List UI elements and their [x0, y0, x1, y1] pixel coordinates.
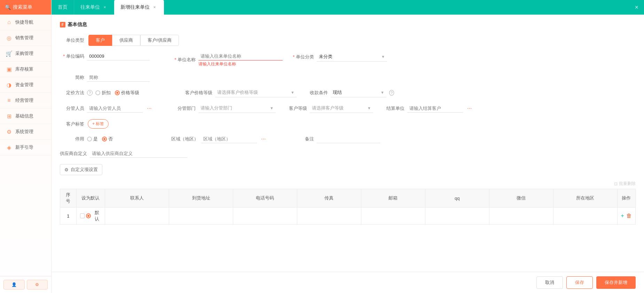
unit-category-arrow: ▼ [381, 55, 385, 59]
sidebar-item-label: 采购管理 [15, 50, 33, 57]
row-del-btn[interactable]: 🗑 [626, 213, 632, 219]
cell-address[interactable] [169, 207, 233, 225]
tab-counterparty-close[interactable]: × [102, 5, 108, 10]
payment-terms-help-icon[interactable]: ? [389, 90, 394, 96]
add-tag-btn[interactable]: + 标签 [88, 119, 109, 129]
region-dots-btn[interactable]: ··· [260, 136, 267, 142]
col-default: 设为默认 [76, 189, 105, 207]
sidebar-item-new-guide[interactable]: ◈ 新手引导 [0, 140, 51, 155]
disabled-yes-radio[interactable]: 是 [87, 136, 98, 142]
sidebar-item-operations[interactable]: ≡ 经营管理 [0, 93, 51, 108]
section-title-text: 基本信息 [68, 22, 87, 28]
sidebar-item-finance[interactable]: ◑ 资金管理 [0, 77, 51, 93]
payment-terms-select[interactable]: 现结 ▼ [331, 88, 386, 97]
department-select[interactable]: 请输入分管部门 ▼ [198, 104, 276, 113]
window-close-btn[interactable]: × [629, 4, 644, 11]
sidebar-search-label: 搜索菜单 [13, 4, 32, 10]
sidebar-user-btn[interactable]: 👤 [3, 280, 25, 290]
cell-contact[interactable] [105, 207, 169, 225]
batch-delete-label[interactable]: 批量删除 [619, 181, 636, 187]
form-footer: 取消 保存 保存并新增 [52, 272, 644, 293]
department-label: 分管部门 [171, 105, 196, 112]
pricing-discount-radio[interactable]: 折扣 [95, 90, 111, 96]
cell-fax[interactable] [297, 207, 361, 225]
col-index: 序号 [60, 189, 77, 207]
system-icon: ⚙ [6, 128, 13, 135]
tab-bar: 首页 往来单位 × 新增往来单位 × × [52, 0, 644, 15]
sidebar-settings-btn[interactable]: ⚙ [27, 280, 48, 290]
tab-counterparty[interactable]: 往来单位 × [74, 0, 114, 15]
customer-level-group: 客户等级 请选择客户等级 ▼ [283, 104, 373, 113]
remarks-input[interactable] [317, 135, 380, 143]
unit-code-input[interactable]: 000009 [87, 52, 150, 60]
inventory-icon: ▣ [6, 66, 13, 73]
sidebar-item-inventory[interactable]: ▣ 库存核算 [0, 62, 51, 77]
cancel-button[interactable]: 取消 [536, 276, 563, 289]
main-content: 首页 往来单位 × 新增往来单位 × × F 基本信息 单位类型 客户 供应商 … [52, 0, 644, 293]
gear-icon: ⚙ [64, 167, 69, 172]
pricing-help-icon[interactable]: ? [87, 90, 93, 96]
type-btn-supplier[interactable]: 供应商 [112, 35, 140, 46]
sidebar-item-quick-nav[interactable]: ⌂ 快捷导航 [0, 15, 51, 30]
sidebar-item-system[interactable]: ⚙ 系统管理 [0, 124, 51, 140]
settlement-unit-label: 结算单位 [380, 105, 405, 112]
sidebar-item-basic-info[interactable]: ⊞ 基础信息 [0, 108, 51, 124]
cell-qq[interactable] [425, 207, 489, 225]
unit-name-error: 请输入往来单位名称 [198, 61, 283, 67]
col-email: 邮箱 [361, 189, 425, 207]
row-default-label: 默认 [92, 210, 101, 222]
cell-phone[interactable] [233, 207, 297, 225]
pricing-level-radio[interactable]: 价格等级 [115, 90, 139, 96]
sidebar-item-label: 资金管理 [15, 82, 33, 88]
short-name-input[interactable] [87, 73, 150, 82]
region-input[interactable] [201, 135, 257, 143]
supplier-custom-input[interactable] [90, 149, 187, 158]
row-default-radio[interactable]: 默认 [86, 210, 101, 222]
sidebar-item-purchase[interactable]: 🛒 采购管理 [0, 46, 51, 62]
tab-new-counterparty-close[interactable]: × [152, 5, 157, 10]
customer-level-select[interactable]: 请选择客户等级 ▼ [310, 104, 373, 113]
settlement-unit-input[interactable] [407, 104, 463, 113]
unit-category-select[interactable]: 未分类 ▼ [317, 52, 387, 62]
row-checkbox[interactable] [80, 213, 85, 218]
save-button[interactable]: 保存 [566, 276, 593, 289]
table-header-row: 序号 设为默认 联系人 到货地址 电话号码 传真 邮箱 qq 微信 所在地区 操… [60, 189, 636, 207]
cell-wechat[interactable] [489, 207, 553, 225]
tab-home[interactable]: 首页 [52, 0, 74, 15]
row-add-btn[interactable]: + [621, 213, 624, 219]
customer-price-level-placeholder: 请选择客户价格等级 [217, 89, 289, 96]
sidebar-item-label: 库存核算 [15, 66, 33, 72]
disabled-group: 停用 是 否 [60, 136, 164, 142]
pricing-radio-group: 折扣 价格等级 [95, 90, 139, 96]
contacts-table: 序号 设为默认 联系人 到货地址 电话号码 传真 邮箱 qq 微信 所在地区 操… [60, 189, 636, 225]
manager-input[interactable] [87, 104, 143, 113]
sidebar-item-label: 销售管理 [15, 35, 33, 41]
disabled-no-radio[interactable]: 否 [102, 136, 113, 142]
unit-name-input[interactable] [198, 52, 283, 60]
home-icon: ⌂ [6, 19, 13, 26]
unit-code-group: 单位编码 000009 [60, 52, 164, 60]
settlement-unit-dots-btn[interactable]: ··· [466, 105, 473, 112]
sales-icon: ◎ [6, 34, 13, 41]
customer-price-level-select[interactable]: 请选择客户价格等级 ▼ [215, 88, 297, 97]
pricing-level-label: 价格等级 [121, 90, 139, 96]
type-btn-both[interactable]: 客户/供应商 [140, 35, 179, 46]
cell-email[interactable] [361, 207, 425, 225]
unit-category-label: 单位分类 [290, 54, 314, 60]
row-default-circle [86, 213, 91, 218]
cell-default: 默认 [76, 207, 105, 225]
batch-delete-icon: ⊡ [614, 181, 618, 186]
sidebar-item-sales[interactable]: ◎ 销售管理 [0, 30, 51, 46]
short-name-row: 简称 [60, 73, 636, 82]
customer-level-label: 客户等级 [283, 105, 307, 112]
pricing-row: 定价方法 ? 折扣 价格等级 客户价格等级 请选择客户价格等级 [60, 88, 636, 97]
manager-dots-btn[interactable]: ··· [146, 105, 153, 112]
cell-region[interactable] [553, 207, 617, 225]
custom-settings-label: 自定义项设置 [71, 166, 98, 173]
tab-new-counterparty[interactable]: 新增往来单位 × [114, 0, 164, 15]
sidebar-search[interactable]: 🔍 搜索菜单 [0, 0, 51, 15]
custom-settings-btn[interactable]: ⚙ 自定义项设置 [60, 164, 102, 175]
save-and-add-button[interactable]: 保存并新增 [596, 276, 636, 289]
unit-name-label: 单位名称 [171, 57, 196, 63]
type-btn-customer[interactable]: 客户 [88, 35, 112, 46]
